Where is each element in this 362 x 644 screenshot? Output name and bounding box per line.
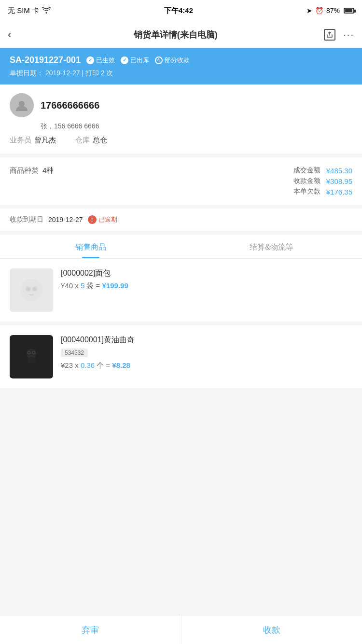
- customer-name: 17666666666: [41, 100, 99, 111]
- tabs-section: 销售商品 结算&物流等: [0, 235, 362, 259]
- more-button[interactable]: ···: [343, 29, 354, 40]
- battery-icon: [344, 8, 354, 14]
- due-section: 收款到期日 2019-12-27 ! 已逾期: [0, 209, 362, 231]
- avatar: [10, 93, 34, 117]
- product-name-1: [0000002]面包: [61, 268, 352, 279]
- debt-label: 本单欠款: [293, 187, 320, 196]
- collect-payment-button[interactable]: 收款: [181, 616, 362, 644]
- carrier-text: 无 SIM 卡: [8, 6, 39, 15]
- back-button[interactable]: ‹: [8, 28, 27, 41]
- check-icon-2: ✓: [121, 56, 128, 64]
- warehouse-name: 总仓: [93, 136, 107, 145]
- product-item-2: [000400001]黄油曲奇 534532 ¥23 x 0.36 个 = ¥8…: [0, 325, 362, 388]
- product-sku-2: 534532: [61, 349, 88, 357]
- debt-row: 本单欠款 ¥176.35: [293, 187, 352, 196]
- sales-label: 业务员: [10, 136, 31, 145]
- page-title: 销货单详情(来自电脑): [134, 29, 218, 41]
- sales-meta: 业务员 曾凡杰: [10, 136, 56, 145]
- stats-left: 商品种类 4种: [10, 166, 54, 175]
- svg-point-11: [33, 352, 34, 353]
- types-label: 商品种类: [10, 166, 39, 175]
- customer-section: 17666666666 张，156 6666 6666 业务员 曾凡杰 仓库 总…: [0, 84, 362, 154]
- product-name-2: [000400001]黄油曲奇: [61, 335, 352, 345]
- abandon-review-button[interactable]: 弃审: [0, 616, 181, 644]
- stats-section: 商品种类 4种 成交金额 ¥485.30 收款金额 ¥308.95 本单欠款 ¥…: [0, 157, 362, 205]
- overdue-text: 已逾期: [98, 215, 117, 224]
- sales-name: 曾凡杰: [34, 136, 56, 145]
- product-qty-1: 5: [81, 281, 84, 290]
- alarm-icon: ⏰: [315, 7, 323, 14]
- customer-sub-info: 张，156 6666 6666: [10, 122, 352, 131]
- warehouse-label: 仓库: [75, 136, 90, 145]
- product-qty-2: 0.36: [81, 361, 95, 369]
- status-left: 无 SIM 卡: [8, 6, 51, 15]
- check-icon: ✓: [86, 56, 94, 64]
- overdue-icon: !: [88, 215, 97, 224]
- deal-value: ¥485.30: [326, 167, 352, 175]
- product-thumb-2: [10, 335, 53, 378]
- tab-sales-products[interactable]: 销售商品: [0, 235, 181, 258]
- received-row: 收款金额 ¥308.95: [293, 177, 352, 185]
- status-right: ➤ ⏰ 87%: [306, 7, 354, 14]
- tabs-row: 销售商品 结算&物流等: [0, 235, 362, 259]
- nav-bar: ‹ 销货单详情(来自电脑) ···: [0, 21, 362, 48]
- product-item: [0000002]面包 ¥40 x 5 袋 = ¥199.99: [0, 259, 362, 322]
- badge-effective: ✓ 已生效: [86, 56, 115, 65]
- svg-point-0: [19, 101, 25, 107]
- product-price-1: ¥40 x 5 袋 = ¥199.99: [61, 281, 352, 291]
- bottom-bar: 弃审 收款: [0, 615, 362, 644]
- location-icon: ➤: [306, 7, 312, 14]
- product-total-1: ¥199.99: [102, 281, 128, 290]
- order-id: SA-20191227-001: [10, 55, 81, 65]
- svg-point-5: [33, 287, 36, 291]
- product-info-1: [0000002]面包 ¥40 x 5 袋 = ¥199.99: [61, 268, 352, 291]
- customer-row: 17666666666: [10, 93, 352, 117]
- deal-row: 成交金额 ¥485.30: [293, 166, 352, 175]
- customer-meta: 业务员 曾凡杰 仓库 总仓: [10, 136, 352, 145]
- clock-icon: ⏱: [155, 56, 163, 64]
- product-thumb-1: [10, 268, 53, 312]
- badge-shipped: ✓ 已出库: [121, 56, 149, 65]
- types-count: 4种: [42, 166, 54, 175]
- product-total-2: ¥8.28: [112, 361, 130, 369]
- debt-value: ¥176.35: [326, 188, 352, 196]
- order-header: SA-20191227-001 ✓ 已生效 ✓ 已出库 ⏱ 部分收款 单据日期：…: [0, 48, 362, 84]
- product-price-2: ¥23 x 0.36 个 = ¥8.28: [61, 361, 352, 370]
- received-value: ¥308.95: [326, 177, 352, 185]
- svg-point-4: [27, 287, 30, 291]
- product-info-2: [000400001]黄油曲奇 534532 ¥23 x 0.36 个 = ¥8…: [61, 335, 352, 370]
- product-list: [0000002]面包 ¥40 x 5 袋 = ¥199.99: [0, 259, 362, 388]
- order-date-row: 单据日期： 2019-12-27 | 打印 2 次: [10, 69, 352, 78]
- nav-actions: ···: [324, 29, 354, 41]
- status-time: 下午4:42: [164, 6, 193, 15]
- wifi-icon: [42, 7, 51, 15]
- stats-right: 成交金额 ¥485.30 收款金额 ¥308.95 本单欠款 ¥176.35: [293, 166, 352, 196]
- status-bar: 无 SIM 卡 下午4:42 ➤ ⏰ 87%: [0, 0, 362, 21]
- badge-partial: ⏱ 部分收款: [155, 56, 190, 65]
- svg-point-1: [20, 279, 43, 302]
- tab-settlement[interactable]: 结算&物流等: [181, 235, 362, 258]
- share-button[interactable]: [324, 29, 335, 41]
- due-date: 2019-12-27: [48, 216, 83, 224]
- received-label: 收款金额: [293, 177, 320, 185]
- order-id-row: SA-20191227-001 ✓ 已生效 ✓ 已出库 ⏱ 部分收款: [10, 55, 352, 65]
- deal-label: 成交金额: [293, 166, 320, 175]
- overdue-badge: ! 已逾期: [88, 215, 117, 224]
- svg-point-10: [28, 352, 29, 353]
- due-label: 收款到期日: [10, 215, 43, 224]
- warehouse-meta: 仓库 总仓: [75, 136, 107, 145]
- battery-percent: 87%: [326, 7, 340, 14]
